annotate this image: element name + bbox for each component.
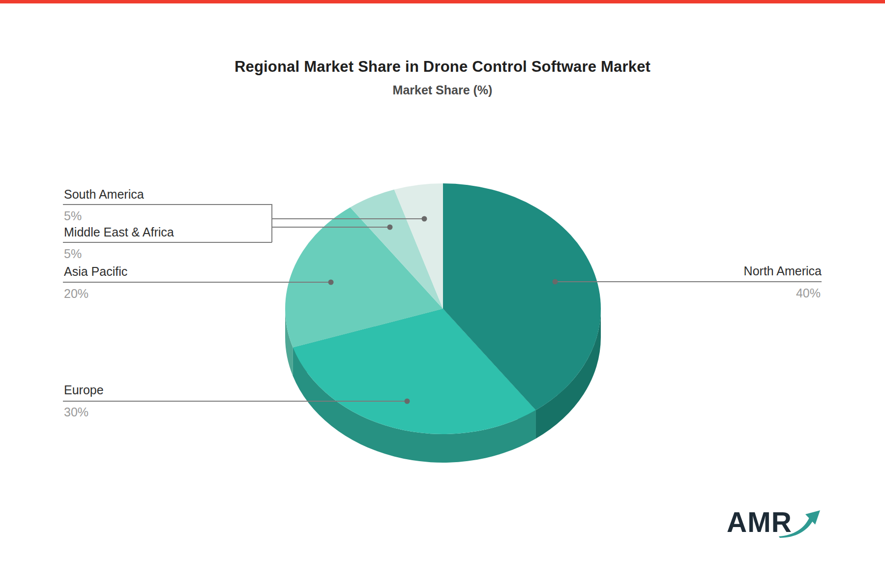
value-north-america: 40% [796, 286, 821, 300]
chart-canvas: Regional Market Share in Drone Control S… [0, 0, 885, 588]
amr-logo-arrow-icon [777, 508, 822, 539]
pie-slices-group [285, 183, 601, 463]
value-asia-pacific: 20% [64, 287, 88, 300]
value-middle-east-africa: 5% [64, 247, 82, 261]
label-asia-pacific: Asia Pacific [64, 265, 127, 278]
label-south-america: South America [64, 187, 144, 201]
label-north-america: North America [744, 264, 822, 278]
leader-dot-south-america [422, 216, 427, 222]
label-europe: Europe [64, 383, 104, 397]
amr-logo: AMR [727, 507, 814, 540]
leader-dot-middle-east-africa [387, 225, 393, 230]
value-europe: 30% [64, 405, 88, 419]
leader-dot-north-america [553, 279, 558, 285]
pie-chart [0, 0, 885, 588]
label-middle-east-africa: Middle East & Africa [64, 225, 174, 239]
leader-dot-europe [405, 399, 410, 404]
value-south-america: 5% [64, 209, 82, 223]
leader-dot-asia-pacific [328, 280, 334, 285]
